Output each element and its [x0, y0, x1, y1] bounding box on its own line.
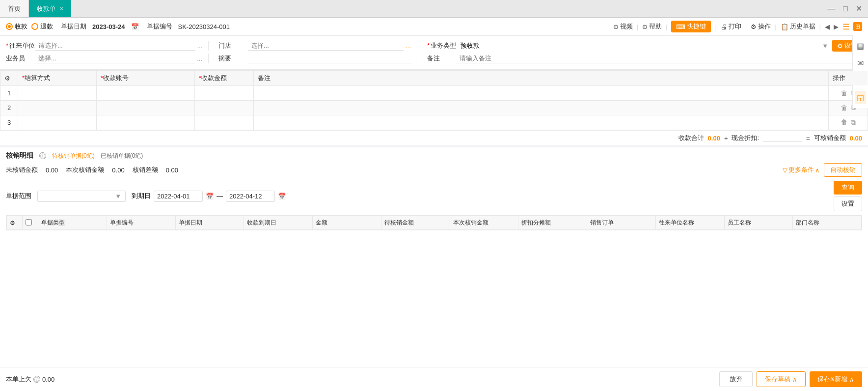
save-new-button[interactable]: 保存&新增 ∧: [810, 371, 862, 387]
query-button[interactable]: 查询: [834, 181, 862, 195]
draft-button[interactable]: 保存草稿 ∧: [757, 371, 806, 387]
nav-left-icon[interactable]: ◀: [825, 23, 830, 30]
tab-done[interactable]: 已核销单据(0笔): [101, 152, 143, 160]
lower-col-number: 单据编号: [107, 216, 175, 230]
uncancelled-label: 未核销金额: [6, 166, 38, 174]
history-label: 历史单据: [790, 22, 815, 31]
date-range-label: 到期日: [132, 192, 151, 200]
tab-home[interactable]: 首页: [0, 0, 29, 17]
equals-sign: =: [806, 135, 810, 142]
delete-row-1-icon[interactable]: 🗑: [841, 89, 847, 97]
col-ops-header: 操作: [829, 71, 868, 86]
radio-shoukuan[interactable]: 收款: [6, 22, 27, 31]
draft-chevron-icon: ∧: [792, 376, 797, 383]
discount-input[interactable]: [763, 134, 802, 142]
lower-settings-button[interactable]: 设置: [834, 196, 862, 211]
row-amount-3[interactable]: [195, 115, 254, 130]
lower-table-wrap: ⚙ 单据类型 单据编号 单据日期 收款到期日 金额 待核销金额 本次核销金额 折…: [6, 215, 862, 230]
date-from-input[interactable]: [154, 191, 203, 202]
delete-row-2-icon[interactable]: 🗑: [841, 104, 847, 112]
close-tab-icon[interactable]: ×: [60, 5, 63, 12]
tab-pending[interactable]: 待核销单据(0笔): [52, 152, 95, 160]
more-conditions-btn[interactable]: ▽ 更多条件 ∧: [783, 166, 820, 174]
counterpart-more-icon[interactable]: ...: [197, 42, 202, 50]
right-expand-icon[interactable]: ◱: [855, 91, 866, 104]
total-value: 0.00: [708, 135, 720, 142]
form-row-1: 往来单位 ... 门店 ... 业务类型 预收款 ▼ ⚙ 设置: [6, 40, 862, 52]
delete-row-3-icon[interactable]: 🗑: [841, 118, 847, 126]
row-account-3[interactable]: [97, 115, 195, 130]
calendar-to-icon[interactable]: 📅: [278, 193, 286, 200]
row-account-1[interactable]: [97, 86, 195, 101]
help-link[interactable]: ⊙ 帮助: [642, 22, 662, 31]
table-settings-icon[interactable]: ⚙: [4, 75, 10, 82]
minimize-button[interactable]: —: [825, 4, 837, 13]
row-remark-3[interactable]: [254, 115, 829, 130]
lower-col-staff: 员工名称: [724, 216, 793, 230]
radio-shoukuan-dot: [6, 23, 13, 30]
lower-col-sales-order: 销售订单: [587, 216, 656, 230]
staff-more-icon[interactable]: ...: [197, 55, 202, 62]
window-close-button[interactable]: ✕: [854, 4, 864, 13]
ops-link[interactable]: ⚙ 操作: [751, 22, 771, 31]
row-account-2[interactable]: [97, 101, 195, 115]
biz-type-chevron[interactable]: ▼: [822, 42, 828, 50]
scope-label: 单据范围: [6, 192, 31, 200]
this-order-label: 本单上欠: [6, 375, 31, 384]
total-label: 收款合计: [678, 134, 704, 142]
print-link[interactable]: 🖨 打印: [721, 22, 741, 31]
row-remark-1[interactable]: [254, 86, 829, 101]
staff-label: 业务员: [6, 54, 35, 63]
bottom-value: 0.00: [42, 376, 54, 383]
maximize-button[interactable]: □: [841, 4, 850, 13]
row-payment-2[interactable]: [18, 101, 97, 115]
store-input[interactable]: [248, 41, 404, 51]
calendar-from-icon[interactable]: 📅: [206, 193, 214, 200]
radio-shoukuan-label: 收款: [15, 22, 27, 31]
row-amount-2[interactable]: [195, 101, 254, 115]
store-label: 门店: [218, 41, 248, 50]
table-row: 3 🗑 ⧉: [0, 115, 868, 130]
scope-chevron-icon: ▼: [115, 193, 121, 200]
print-icon: 🖨: [721, 23, 727, 30]
abandon-button[interactable]: 放弃: [719, 371, 753, 387]
counterpart-input[interactable]: [35, 41, 195, 51]
row-payment-3[interactable]: [18, 115, 97, 130]
bottom-info-icon[interactable]: ⓘ: [33, 376, 40, 383]
right-table-icon[interactable]: ▦: [855, 39, 866, 53]
nav-right-icon[interactable]: ▶: [834, 23, 839, 30]
video-link[interactable]: ⊙ 视频: [613, 22, 633, 31]
filter-icon: ▽: [783, 167, 787, 174]
video-label: 视频: [620, 22, 633, 31]
date-to-input[interactable]: [226, 191, 275, 202]
select-all-checkbox[interactable]: [26, 219, 32, 225]
right-mail-icon[interactable]: ✉: [855, 56, 866, 70]
hx-info-icon[interactable]: ⓘ: [39, 152, 46, 159]
grid-view-icon[interactable]: ⊞: [853, 22, 862, 31]
payment-type-group: 收款 退款: [6, 22, 53, 31]
radio-tuikuan[interactable]: 退款: [31, 22, 53, 31]
list-view-icon[interactable]: ☰: [842, 22, 849, 31]
store-more-icon[interactable]: ...: [406, 42, 411, 50]
row-amount-1[interactable]: [195, 86, 254, 101]
row-remark-2[interactable]: [254, 101, 829, 115]
shortcut-button[interactable]: ⌨ 快捷键: [671, 21, 711, 32]
print-label: 打印: [729, 22, 741, 31]
copy-row-3-icon[interactable]: ⧉: [851, 118, 856, 126]
history-link[interactable]: 📋 历史单据: [781, 22, 815, 31]
auto-cancel-button[interactable]: 自动核销: [824, 163, 862, 177]
tab-shoukuan[interactable]: 收款单 ×: [29, 0, 71, 17]
counterpart-group: 往来单位 ...: [6, 41, 202, 51]
hx-filter-right: ▽ 更多条件 ∧ 自动核销: [783, 163, 862, 177]
col-remark-header: 备注: [254, 71, 829, 86]
col-account-header: *收款账号: [97, 71, 195, 86]
row-payment-1[interactable]: [18, 86, 97, 101]
lower-col-pending: 待核销金额: [381, 216, 450, 230]
row-num-3: 3: [0, 115, 18, 130]
staff-input[interactable]: [35, 54, 195, 63]
bottom-bar: 本单上欠 ⓘ 0.00 放弃 保存草稿 ∧ 保存&新增 ∧: [0, 367, 868, 391]
remark-input[interactable]: [457, 54, 862, 63]
calendar-icon[interactable]: 📅: [131, 23, 139, 30]
scope-select-container[interactable]: ▼: [37, 191, 126, 202]
summary-input[interactable]: [248, 54, 411, 63]
